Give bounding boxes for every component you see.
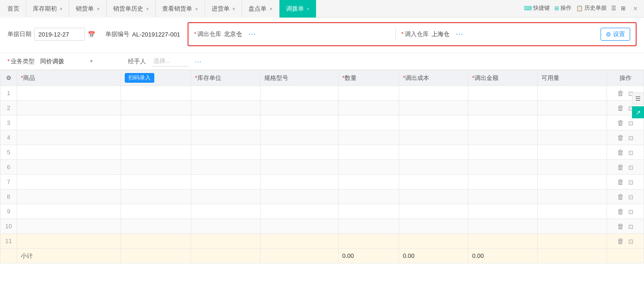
tab-home[interactable]: 首页 xyxy=(0,0,26,18)
cost-cell[interactable] xyxy=(399,101,468,116)
layout2-button[interactable]: ⊞ xyxy=(621,5,626,12)
copy-icon[interactable]: ⊡ xyxy=(628,164,633,171)
person-dots[interactable]: ··· xyxy=(195,58,202,65)
float-external-button[interactable]: ↗ xyxy=(632,106,644,118)
cost-cell[interactable] xyxy=(399,204,468,219)
cost-cell[interactable] xyxy=(399,175,468,189)
spec-cell[interactable] xyxy=(260,204,338,219)
copy-icon[interactable]: ⊡ xyxy=(628,208,633,215)
unit-cell[interactable] xyxy=(191,86,260,101)
layout1-button[interactable]: ☰ xyxy=(611,5,616,12)
history-button[interactable]: 📋 历史单据 xyxy=(576,4,607,12)
product-cell[interactable] xyxy=(17,116,121,130)
biz-type-dropdown-icon[interactable]: ▾ xyxy=(90,58,93,64)
spec-cell[interactable] xyxy=(260,116,338,130)
cost-cell[interactable] xyxy=(399,130,468,145)
spec-cell[interactable] xyxy=(260,86,338,101)
close-window-button[interactable]: × xyxy=(627,5,644,13)
amount-cell[interactable] xyxy=(468,116,537,130)
cost-cell[interactable] xyxy=(399,145,468,160)
amount-cell[interactable] xyxy=(468,204,537,219)
product-cell[interactable] xyxy=(17,219,121,234)
amount-cell[interactable] xyxy=(468,130,537,145)
qty-cell[interactable] xyxy=(338,219,399,234)
qty-cell[interactable] xyxy=(338,160,399,175)
product-cell[interactable] xyxy=(17,204,121,219)
copy-icon[interactable]: ⊡ xyxy=(628,194,633,201)
amount-cell[interactable] xyxy=(468,86,537,101)
date-input[interactable] xyxy=(34,28,85,41)
calendar-icon[interactable]: 📅 xyxy=(88,31,95,38)
delete-icon[interactable]: 🗑 xyxy=(617,222,624,230)
copy-icon[interactable]: ⊡ xyxy=(628,120,633,127)
close-tab-stocktake[interactable]: × xyxy=(269,6,272,12)
product-cell[interactable] xyxy=(17,130,121,145)
person-select[interactable]: 选择... xyxy=(152,56,188,67)
spec-cell[interactable] xyxy=(260,145,338,160)
qty-cell[interactable] xyxy=(338,145,399,160)
spec-cell[interactable] xyxy=(260,175,338,189)
unit-cell[interactable] xyxy=(191,204,260,219)
product-cell[interactable] xyxy=(17,86,121,101)
delete-icon[interactable]: 🗑 xyxy=(617,134,624,141)
qty-cell[interactable] xyxy=(338,175,399,189)
cost-cell[interactable] xyxy=(399,86,468,101)
tab-view-sales[interactable]: 查看销货单 × xyxy=(156,0,205,18)
delete-icon[interactable]: 🗑 xyxy=(617,119,624,127)
delete-icon[interactable]: 🗑 xyxy=(617,208,624,215)
unit-cell[interactable] xyxy=(191,130,260,145)
transfer-in-dots[interactable]: ··· xyxy=(456,30,463,38)
copy-icon[interactable]: ⊡ xyxy=(628,134,633,141)
amount-cell[interactable] xyxy=(468,189,537,204)
scan-button[interactable]: 扫码录入 xyxy=(125,73,154,83)
spec-cell[interactable] xyxy=(260,101,338,116)
cost-cell[interactable] xyxy=(399,189,468,204)
unit-cell[interactable] xyxy=(191,175,260,189)
delete-icon[interactable]: 🗑 xyxy=(617,193,624,201)
qty-cell[interactable] xyxy=(338,86,399,101)
spec-cell[interactable] xyxy=(260,130,338,145)
unit-cell[interactable] xyxy=(191,101,260,116)
qty-cell[interactable] xyxy=(338,101,399,116)
tab-sales[interactable]: 销货单 × xyxy=(69,0,106,18)
tab-sales-history[interactable]: 销货单历史 × xyxy=(107,0,156,18)
transfer-out-dots[interactable]: ··· xyxy=(249,30,256,38)
amount-cell[interactable] xyxy=(468,101,537,116)
close-tab-purchase[interactable]: × xyxy=(232,6,235,12)
float-list-button[interactable]: ☰ xyxy=(632,92,644,104)
spec-cell[interactable] xyxy=(260,219,338,234)
cost-cell[interactable] xyxy=(399,116,468,130)
unit-cell[interactable] xyxy=(191,145,260,160)
col-gear[interactable]: ⚙ xyxy=(0,70,17,86)
unit-cell[interactable] xyxy=(191,219,260,234)
delete-icon[interactable]: 🗑 xyxy=(617,89,624,97)
settings-button[interactable]: ⚙ 设置 xyxy=(601,28,630,41)
close-tab-transfer[interactable]: × xyxy=(307,6,310,12)
delete-icon[interactable]: 🗑 xyxy=(617,163,624,171)
ops-button[interactable]: ⊞ 操作 xyxy=(554,4,571,12)
delete-icon[interactable]: 🗑 xyxy=(617,148,624,156)
close-tab-view-sales[interactable]: × xyxy=(195,6,198,12)
product-cell[interactable] xyxy=(17,101,121,116)
qty-cell[interactable] xyxy=(338,130,399,145)
amount-cell[interactable] xyxy=(468,160,537,175)
cost-cell[interactable] xyxy=(399,219,468,234)
product-cell[interactable] xyxy=(17,175,121,189)
delete-icon[interactable]: 🗑 xyxy=(617,178,624,186)
spec-cell[interactable] xyxy=(260,160,338,175)
copy-icon[interactable]: ⊡ xyxy=(628,179,633,186)
tab-transfer[interactable]: 调拨单 × xyxy=(279,0,316,18)
tab-stocktake[interactable]: 盘点单 × xyxy=(242,0,279,18)
amount-cell[interactable] xyxy=(468,145,537,160)
close-tab-sales[interactable]: × xyxy=(97,6,99,12)
amount-cell[interactable] xyxy=(468,219,537,234)
close-tab-sales-history[interactable]: × xyxy=(146,6,149,12)
qty-cell[interactable] xyxy=(338,189,399,204)
cost-cell[interactable] xyxy=(399,160,468,175)
qty-cell[interactable] xyxy=(338,204,399,219)
delete-icon[interactable]: 🗑 xyxy=(617,104,624,112)
shortcut-button[interactable]: ⌨ 快捷键 xyxy=(524,4,550,12)
unit-cell[interactable] xyxy=(191,189,260,204)
unit-cell[interactable] xyxy=(191,160,260,175)
close-tab-inventory-init[interactable]: × xyxy=(60,6,62,12)
